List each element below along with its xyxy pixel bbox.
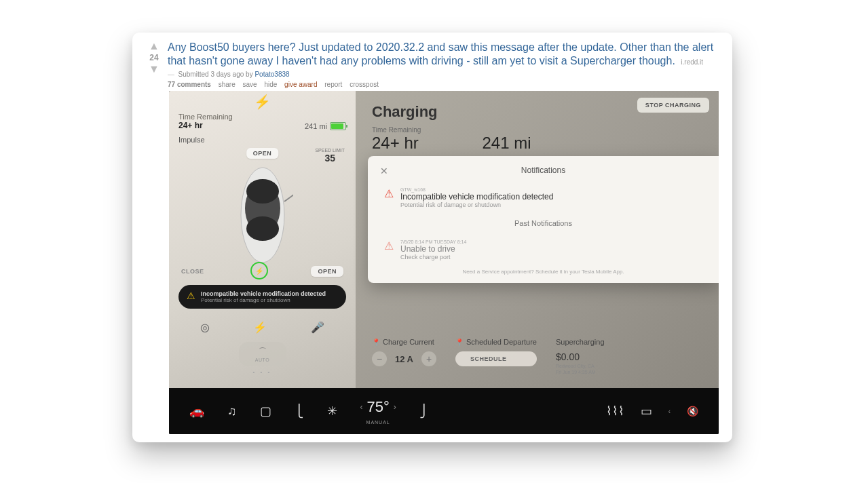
schedule-note: Need a Service appointment? Schedule it … bbox=[380, 269, 706, 275]
pin-icon: 📍 bbox=[372, 339, 380, 346]
notif-code: GTW_w168 bbox=[400, 187, 553, 192]
speed-limit-value: 35 bbox=[315, 153, 345, 163]
seat-heater-left-icon[interactable]: ⎩ bbox=[295, 404, 304, 419]
quick-controls-row: ◎ ⚡ 🎤 bbox=[178, 321, 346, 334]
post-domain[interactable]: i.redd.it bbox=[681, 58, 703, 66]
fan-icon[interactable]: ✳ bbox=[327, 404, 337, 419]
app-launcher-icon[interactable]: ▢ bbox=[260, 404, 271, 419]
music-icon[interactable]: ♫ bbox=[227, 404, 237, 419]
temp-up-button[interactable]: › bbox=[394, 402, 396, 412]
notification-item-past[interactable]: ⚠ 7/8/20 8:14 PM TUESDAY 8:14 Unable to … bbox=[380, 239, 706, 260]
bottom-bar: 🚗 ♫ ▢ ⎩ ✳ ‹ 75° › MANUAL ⎭ ⌇⌇⌇ ▭ ‹ 🔇 bbox=[169, 388, 719, 434]
scheduled-departure-label: Scheduled Departure bbox=[466, 338, 537, 346]
steering-icon[interactable]: ◎ bbox=[200, 321, 210, 334]
notification-item-current[interactable]: ⚠ GTW_w168 Incompatible vehicle modifica… bbox=[380, 187, 706, 208]
car-topdown-icon bbox=[232, 164, 293, 266]
vote-column: ▲ 24 ▼ bbox=[140, 41, 168, 88]
crosspost-link[interactable]: crosspost bbox=[350, 81, 379, 88]
notif-sub: Potential risk of damage or shutdown bbox=[400, 201, 553, 208]
give-award-link[interactable]: give award bbox=[284, 81, 317, 88]
frunk-open-button[interactable]: OPEN bbox=[246, 148, 279, 159]
downvote-arrow-icon[interactable]: ▼ bbox=[140, 64, 168, 75]
stop-charging-button[interactable]: STOP CHARGING bbox=[637, 98, 709, 113]
alert-toast[interactable]: ⚠ Incompatible vehicle modification dete… bbox=[178, 285, 346, 309]
close-button[interactable]: CLOSE bbox=[181, 268, 204, 275]
share-link[interactable]: share bbox=[219, 81, 235, 88]
left-panel: ⚡ Time Remaining 24+ hr 241 mi Impulse O… bbox=[169, 91, 356, 388]
supercharging-time: Fri Jun 19 4:35 AM bbox=[556, 370, 605, 374]
charge-current-col: 📍Charge Current − 12 A + bbox=[372, 338, 436, 366]
wiper-icon: ⌒ bbox=[239, 346, 286, 358]
embedded-photo: ⚡ Time Remaining 24+ hr 241 mi Impulse O… bbox=[169, 91, 719, 434]
submitted-word: Submitted bbox=[178, 71, 209, 78]
defrost-front-icon[interactable]: ⌇⌇⌇ bbox=[606, 404, 624, 419]
temp-down-button[interactable]: ‹ bbox=[360, 402, 363, 412]
past-notifications-label: Past Notifications bbox=[380, 219, 706, 227]
charge-current-value: 12 A bbox=[395, 354, 413, 364]
post-title: Any Boost50 buyers here? Just updated to… bbox=[168, 41, 724, 68]
svg-line-4 bbox=[284, 193, 293, 201]
pin-icon: 📍 bbox=[455, 339, 464, 346]
warning-triangle-icon: ⚠ bbox=[384, 187, 394, 208]
tr-value: 24+ hr bbox=[372, 134, 421, 153]
upvote-arrow-icon[interactable]: ▲ bbox=[140, 41, 168, 52]
vote-score: 24 bbox=[140, 53, 168, 62]
past-notif-title: Unable to drive bbox=[400, 244, 466, 254]
scheduled-departure-col: 📍Scheduled Departure SCHEDULE bbox=[455, 338, 537, 366]
auto-label: AUTO bbox=[239, 358, 286, 362]
car-icon[interactable]: 🚗 bbox=[189, 404, 204, 419]
tesla-screen: ⚡ Time Remaining 24+ hr 241 mi Impulse O… bbox=[169, 91, 719, 388]
by-word: by bbox=[246, 71, 253, 78]
charge-icon[interactable]: ⚡ bbox=[253, 321, 267, 334]
notifications-panel: ✕ Notifications ⚠ GTW_w168 Incompatible … bbox=[368, 156, 719, 283]
warning-triangle-icon: ⚠ bbox=[384, 239, 394, 260]
charging-bolt-icon: ⚡ bbox=[254, 94, 271, 110]
save-link[interactable]: save bbox=[243, 81, 257, 88]
volume-mute-icon[interactable]: 🔇 bbox=[687, 406, 698, 417]
decrease-amps-button[interactable]: − bbox=[372, 351, 387, 366]
post-title-link[interactable]: Any Boost50 buyers here? Just updated to… bbox=[168, 41, 713, 66]
supercharging-location: Redwood City, CA bbox=[556, 364, 605, 368]
warning-triangle-icon: ⚠ bbox=[187, 290, 195, 302]
tr-label: Time Remaining bbox=[372, 126, 421, 134]
comments-link[interactable]: 77 comments bbox=[168, 81, 211, 88]
post-header: ▲ 24 ▼ Any Boost50 buyers here? Just upd… bbox=[132, 33, 732, 92]
wiper-auto-button[interactable]: ⌒ AUTO bbox=[239, 342, 286, 366]
microphone-icon[interactable]: 🎤 bbox=[311, 321, 324, 334]
toast-subtitle: Potential risk of damage or shutdown bbox=[201, 297, 326, 303]
svg-point-3 bbox=[246, 216, 279, 241]
notifications-header: Notifications bbox=[521, 166, 565, 175]
car-name: Impulse bbox=[178, 136, 346, 144]
supercharging-price: $0.00 bbox=[556, 351, 605, 362]
increase-amps-button[interactable]: + bbox=[421, 351, 436, 366]
speed-limit-sign: SPEED LIMIT 35 bbox=[315, 148, 345, 163]
past-notif-meta: 7/8/20 8:14 PM TUESDAY 8:14 bbox=[400, 239, 466, 244]
seat-heater-right-icon[interactable]: ⎭ bbox=[419, 404, 429, 419]
schedule-button[interactable]: SCHEDULE bbox=[455, 351, 537, 366]
charge-row: 📍Charge Current − 12 A + 📍Scheduled Depa… bbox=[372, 338, 702, 374]
car-area: OPEN SPEED LIMIT 35 CLOSE bbox=[178, 148, 346, 284]
range-value: 241 mi bbox=[305, 122, 327, 130]
temperature-control: ‹ 75° › MANUAL bbox=[360, 398, 396, 425]
trunk-open-button[interactable]: OPEN bbox=[311, 266, 343, 277]
hide-link[interactable]: hide bbox=[264, 81, 277, 88]
author-link[interactable]: Potato3838 bbox=[254, 71, 289, 78]
supercharging-col: Supercharging $0.00 Redwood City, CA Fri… bbox=[556, 338, 605, 374]
defrost-rear-icon[interactable]: ▭ bbox=[641, 404, 652, 419]
time-remaining-label: Time Remaining bbox=[178, 113, 233, 121]
page-dots-icon: • • • bbox=[178, 369, 346, 375]
time-remaining-value: 24+ hr bbox=[178, 121, 233, 130]
toast-title: Incompatible vehicle modification detect… bbox=[201, 290, 326, 297]
range-indicator: 241 mi bbox=[305, 122, 346, 130]
notif-title: Incompatible vehicle modification detect… bbox=[400, 192, 553, 201]
post-main: Any Boost50 buyers here? Just updated to… bbox=[168, 41, 724, 88]
volume-down-button[interactable]: ‹ bbox=[668, 408, 671, 415]
screenshot-card: ▲ 24 ▼ Any Boost50 buyers here? Just upd… bbox=[132, 33, 732, 442]
post-byline: — Submitted 3 days ago by Potato3838 bbox=[168, 71, 724, 78]
submitted-time: 3 days ago bbox=[210, 71, 244, 78]
battery-icon bbox=[330, 122, 346, 130]
right-range: 241 mi bbox=[482, 134, 531, 153]
past-notif-sub: Check charge port bbox=[400, 254, 466, 260]
report-link[interactable]: report bbox=[324, 81, 342, 88]
close-icon[interactable]: ✕ bbox=[380, 166, 388, 176]
